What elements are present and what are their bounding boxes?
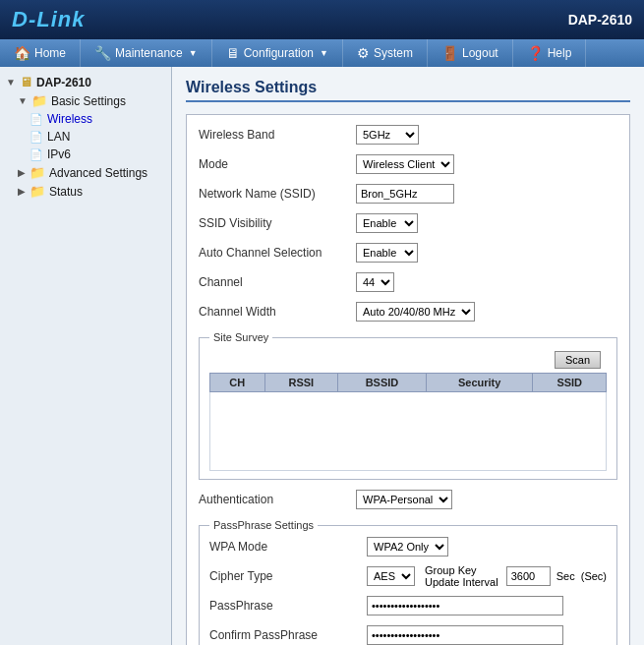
- nav-configuration-label: Configuration: [244, 46, 314, 60]
- wpa-mode-select[interactable]: WPA2 Only: [367, 537, 448, 557]
- channel-width-control: Auto 20/40/80 MHz: [356, 302, 475, 322]
- cipher-type-row: Cipher Type AES Group Key Update Interva…: [209, 564, 607, 588]
- sidebar-item-wireless[interactable]: 📄 Wireless: [0, 110, 171, 128]
- wpa-mode-control: WPA2 Only: [367, 537, 448, 557]
- passphrase-legend: PassPhrase Settings: [209, 519, 318, 531]
- nav-system[interactable]: ⚙ System: [343, 39, 428, 67]
- logo-text: D-Link: [12, 7, 85, 31]
- wireless-band-row: Wireless Band 5GHz 2.4GHz: [199, 123, 617, 147]
- sec-label: (Sec): [581, 570, 607, 582]
- network-name-label: Network Name (SSID): [199, 187, 356, 201]
- nav-home[interactable]: 🏠 Home: [0, 39, 81, 67]
- lan-page-icon: 📄: [29, 131, 43, 144]
- configuration-arrow: ▼: [320, 48, 328, 58]
- scan-button[interactable]: Scan: [555, 351, 601, 369]
- network-name-input[interactable]: [356, 184, 454, 204]
- mode-row: Mode Wireless Client Access Point: [199, 152, 617, 176]
- device-icon: 🖥: [20, 75, 32, 89]
- passphrase-label: PassPhrase: [209, 599, 367, 613]
- basic-folder-icon: 📁: [31, 93, 47, 108]
- survey-col-rssi: RSSI: [264, 374, 337, 392]
- sidebar-wireless-label: Wireless: [47, 112, 92, 126]
- channel-width-select[interactable]: Auto 20/40/80 MHz: [356, 302, 475, 322]
- sidebar-basic-settings-label: Basic Settings: [51, 94, 126, 108]
- page-title: Wireless Settings: [186, 79, 630, 102]
- channel-width-label: Channel Width: [199, 305, 356, 319]
- survey-table: CH RSSI BSSID Security SSID: [209, 373, 607, 471]
- confirm-passphrase-input[interactable]: [367, 625, 563, 645]
- expand-icon: ▼: [6, 77, 16, 88]
- survey-col-bssid: BSSID: [338, 374, 427, 392]
- cipher-type-select[interactable]: AES: [367, 566, 415, 586]
- passphrase-input[interactable]: [367, 596, 563, 616]
- model-name: DAP-2610: [568, 12, 632, 28]
- passphrase-control: [367, 596, 563, 616]
- configuration-icon: 🖥: [226, 45, 240, 61]
- status-folder-icon: 📁: [29, 184, 45, 199]
- content-area: Wireless Settings Wireless Band 5GHz 2.4…: [172, 67, 644, 645]
- sidebar-item-dap2610[interactable]: ▼ 🖥 DAP-2610: [0, 73, 171, 91]
- auto-channel-select[interactable]: Enable Disable: [356, 243, 418, 263]
- advanced-folder-icon: 📁: [29, 165, 45, 180]
- mode-label: Mode: [199, 157, 356, 171]
- passphrase-fieldset: PassPhrase Settings WPA Mode WPA2 Only C…: [199, 519, 617, 645]
- mode-control: Wireless Client Access Point: [356, 154, 454, 174]
- auto-channel-row: Auto Channel Selection Enable Disable: [199, 241, 617, 264]
- nav-system-label: System: [374, 46, 413, 60]
- wireless-band-label: Wireless Band: [199, 128, 356, 142]
- sidebar-item-advanced-settings[interactable]: ▶ 📁 Advanced Settings: [0, 163, 171, 182]
- wireless-page-icon: 📄: [29, 113, 43, 126]
- maintenance-arrow: ▼: [189, 48, 198, 58]
- nav-help[interactable]: ❓ Help: [513, 39, 587, 67]
- passphrase-row: PassPhrase: [209, 594, 607, 617]
- group-key-unit: Sec: [556, 570, 575, 582]
- confirm-passphrase-label: Confirm PassPhrase: [209, 628, 367, 642]
- channel-control: 44: [356, 272, 394, 292]
- authentication-row: Authentication WPA-Personal: [199, 488, 617, 511]
- main-layout: ▼ 🖥 DAP-2610 ▼ 📁 Basic Settings 📄 Wirele…: [0, 67, 644, 645]
- nav-maintenance-label: Maintenance: [115, 46, 183, 60]
- wpa-mode-label: WPA Mode: [209, 540, 367, 554]
- ipv6-page-icon: 📄: [29, 148, 43, 161]
- group-key-input[interactable]: [506, 566, 551, 586]
- site-survey-legend: Site Survey: [209, 331, 272, 343]
- sidebar-item-lan[interactable]: 📄 LAN: [0, 128, 171, 146]
- channel-row: Channel 44: [199, 270, 617, 294]
- authentication-control: WPA-Personal: [356, 490, 452, 509]
- ssid-visibility-label: SSID Visibility: [199, 216, 356, 230]
- basic-fields-section: Wireless Band 5GHz 2.4GHz Mode Wireless …: [186, 114, 630, 645]
- network-name-row: Network Name (SSID): [199, 182, 617, 205]
- nav-configuration[interactable]: 🖥 Configuration ▼: [212, 39, 343, 67]
- ssid-visibility-select[interactable]: Enable Disable: [356, 213, 418, 233]
- channel-width-row: Channel Width Auto 20/40/80 MHz: [199, 300, 617, 323]
- sidebar-dap2610-label: DAP-2610: [36, 76, 91, 89]
- logout-icon: 🚪: [441, 45, 458, 61]
- sidebar-ipv6-label: IPv6: [47, 147, 71, 161]
- wireless-band-control: 5GHz 2.4GHz: [356, 125, 419, 145]
- sidebar-status-label: Status: [49, 185, 83, 199]
- sidebar-lan-label: LAN: [47, 130, 70, 144]
- advanced-expand-icon: ▶: [18, 167, 26, 178]
- sidebar-item-basic-settings[interactable]: ▼ 📁 Basic Settings: [0, 91, 171, 110]
- wpa-mode-row: WPA Mode WPA2 Only: [209, 535, 607, 558]
- cipher-type-label: Cipher Type: [209, 569, 367, 583]
- nav-maintenance[interactable]: 🔧 Maintenance ▼: [81, 39, 212, 67]
- logo: D-Link: [12, 7, 85, 32]
- wireless-band-select[interactable]: 5GHz 2.4GHz: [356, 125, 419, 145]
- channel-label: Channel: [199, 275, 356, 289]
- mode-select[interactable]: Wireless Client Access Point: [356, 154, 454, 174]
- home-icon: 🏠: [14, 45, 30, 61]
- sidebar-item-status[interactable]: ▶ 📁 Status: [0, 182, 171, 201]
- help-icon: ❓: [527, 45, 544, 61]
- nav-logout[interactable]: 🚪 Logout: [428, 39, 513, 67]
- group-key-label: Group Key Update Interval: [425, 564, 500, 588]
- channel-select[interactable]: 44: [356, 272, 394, 292]
- header: D-Link DAP-2610: [0, 0, 644, 39]
- authentication-label: Authentication: [199, 493, 356, 506]
- nav-logout-label: Logout: [462, 46, 498, 60]
- sidebar-item-ipv6[interactable]: 📄 IPv6: [0, 146, 171, 163]
- confirm-passphrase-control: [367, 625, 563, 645]
- survey-col-ch: CH: [210, 374, 265, 392]
- sidebar-advanced-label: Advanced Settings: [49, 166, 147, 180]
- authentication-select[interactable]: WPA-Personal: [356, 490, 452, 509]
